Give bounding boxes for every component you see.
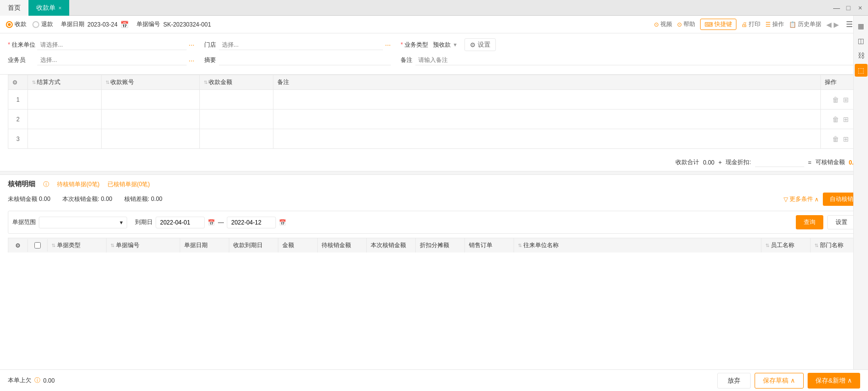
radio-refund-dot <box>32 21 39 28</box>
bth-amount-label: 金额 <box>282 241 294 250</box>
due-date-end-input[interactable] <box>227 217 276 228</box>
staff-input[interactable] <box>37 55 187 65</box>
counterpart-input[interactable] <box>37 40 187 50</box>
settle-sort-icon[interactable]: ⇅ <box>32 80 36 85</box>
tab-close-icon[interactable]: × <box>58 0 61 16</box>
row3-copy-icon[interactable]: ⊞ <box>843 135 849 143</box>
shortcut-button[interactable]: ⌨ 快捷键 <box>700 19 736 30</box>
print-button[interactable]: 🖨 打印 <box>741 20 760 28</box>
close-button[interactable]: × <box>856 4 864 12</box>
next-arrow[interactable]: ▶ <box>834 21 839 28</box>
amount-sort-icon[interactable]: ⇅ <box>204 80 208 85</box>
row3-delete-icon[interactable]: 🗑 <box>832 135 839 143</box>
row2-copy-icon[interactable]: ⊞ <box>843 115 849 123</box>
bth-this-cell: 本次核销金额 <box>367 238 416 252</box>
th-settle: ⇅ 结算方式 <box>28 75 102 90</box>
account-sort-icon[interactable]: ⇅ <box>106 80 109 85</box>
table-row: 3 🗑 ⊞ <box>8 129 860 149</box>
video-button[interactable]: ⊙ 视频 <box>654 20 672 28</box>
row1-amount[interactable] <box>200 90 273 110</box>
help-button[interactable]: ⊙ 帮助 <box>677 20 695 28</box>
row1-remark[interactable] <box>273 90 821 110</box>
more-conditions-button[interactable]: ▽ 更多条件 ∧ <box>784 195 819 203</box>
sidebar-expand-icon[interactable]: ⬚ <box>855 64 868 77</box>
abandon-button[interactable]: 放弃 <box>717 373 751 389</box>
bth-type-sort-icon[interactable]: ⇅ <box>52 243 55 248</box>
bth-gear-cell[interactable]: ⚙ <box>8 239 28 252</box>
row3-amount[interactable] <box>200 129 273 149</box>
prev-arrow[interactable]: ◀ <box>826 21 832 28</box>
row2-remark[interactable] <box>273 110 821 129</box>
sidebar-link-icon[interactable]: ⛓ <box>855 49 868 62</box>
row2-settle[interactable] <box>28 110 102 129</box>
list-view-icon[interactable]: ☰ <box>846 20 853 29</box>
row2-account[interactable] <box>102 110 200 129</box>
maximize-button[interactable]: □ <box>844 4 852 12</box>
verifiable-label: 可核销金额 <box>815 158 845 167</box>
save-new-button[interactable]: 保存&新增 ∧ <box>808 373 860 389</box>
bth-dept-sort-icon[interactable]: ⇅ <box>814 243 818 248</box>
radio-income[interactable]: 收款 <box>6 20 27 28</box>
row1-delete-icon[interactable]: 🗑 <box>832 96 839 104</box>
minimize-button[interactable]: — <box>833 4 841 12</box>
save-draft-arrow-icon[interactable]: ∧ <box>790 377 795 384</box>
operate-button[interactable]: ☰ 操作 <box>765 20 784 28</box>
pending-tab[interactable]: 待核销单据(0笔) <box>57 180 100 189</box>
range-filter-select[interactable]: ▾ <box>39 217 127 228</box>
biz-type-value: 预收款 <box>433 41 451 49</box>
save-new-arrow-icon[interactable]: ∧ <box>847 377 852 384</box>
th-settings[interactable]: ⚙ <box>8 75 28 90</box>
sidebar-table-icon[interactable]: ▦ <box>855 20 868 32</box>
bth-from-sort-icon[interactable]: ⇅ <box>518 243 522 248</box>
biz-type-selector[interactable]: 预收款 ▾ <box>433 41 457 49</box>
bth-sale-cell: 销售订单 <box>465 238 514 252</box>
bth-num-sort-icon[interactable]: ⇅ <box>110 243 114 248</box>
filter-row: 单据范围 ▾ 到期日 📅 — 📅 查询 设置 <box>8 211 860 234</box>
store-more-icon[interactable]: ··· <box>385 41 391 49</box>
row1-copy-icon[interactable]: ⊞ <box>843 96 849 104</box>
end-calendar-icon[interactable]: 📅 <box>279 219 286 226</box>
row3-remark[interactable] <box>273 129 821 149</box>
setting-button[interactable]: ⚙ 设置 <box>464 38 496 51</box>
save-draft-button[interactable]: 保存草稿 ∧ <box>755 373 804 389</box>
remark-input[interactable] <box>415 55 860 65</box>
bth-staff-sort-icon[interactable]: ⇅ <box>765 243 769 248</box>
store-input[interactable] <box>219 40 383 50</box>
diff-stat: 核销差额: 0.00 <box>124 195 163 203</box>
staff-more-icon[interactable]: ··· <box>189 56 194 64</box>
row1-account[interactable] <box>102 90 200 110</box>
radio-refund[interactable]: 退款 <box>32 20 53 28</box>
select-all-checkbox[interactable] <box>34 242 41 249</box>
due-date-start-input[interactable] <box>156 217 205 228</box>
bth-checkbox-cell[interactable] <box>28 239 48 251</box>
counterpart-more-icon[interactable]: ··· <box>189 41 194 49</box>
shortcut-icon: ⌨ <box>705 21 713 28</box>
docnum-field: 单据编号 SK-20230324-001 <box>136 20 211 28</box>
filter-settings-button[interactable]: 设置 <box>827 215 856 229</box>
bth-gear-icon[interactable]: ⚙ <box>15 242 21 249</box>
sidebar-doc-icon[interactable]: ◫ <box>855 34 868 47</box>
start-calendar-icon[interactable]: 📅 <box>208 219 215 226</box>
date-calendar-icon[interactable]: 📅 <box>120 21 129 28</box>
summary-label: 摘要 <box>204 56 219 64</box>
staff-field: 业务员 ··· <box>8 55 194 65</box>
table-gear-icon[interactable]: ⚙ <box>12 79 18 86</box>
verify-info-icon[interactable]: ⓘ <box>43 180 49 189</box>
tab-home[interactable]: 首页 <box>0 0 28 16</box>
store-label: 门店 <box>204 41 219 49</box>
biz-type-dropdown-icon[interactable]: ▾ <box>454 41 457 48</box>
query-button[interactable]: 查询 <box>796 215 823 229</box>
row1-settle[interactable] <box>28 90 102 110</box>
row3-settle[interactable] <box>28 129 102 149</box>
row2-amount[interactable] <box>200 110 273 129</box>
row3-account[interactable] <box>102 129 200 149</box>
carry-info-icon[interactable]: ⓘ <box>34 376 40 385</box>
history-button[interactable]: 📋 历史单据 <box>789 20 821 28</box>
docnum-value: SK-20230324-001 <box>163 21 211 28</box>
summary-input[interactable] <box>219 55 391 65</box>
tab-active[interactable]: 收款单 × <box>28 0 69 16</box>
done-tab[interactable]: 已核销单据(0笔) <box>108 180 150 189</box>
row2-delete-icon[interactable]: 🗑 <box>832 115 839 123</box>
discount-input[interactable] <box>755 158 804 167</box>
this-stat: 本次核销金额: 0.00 <box>62 195 112 203</box>
